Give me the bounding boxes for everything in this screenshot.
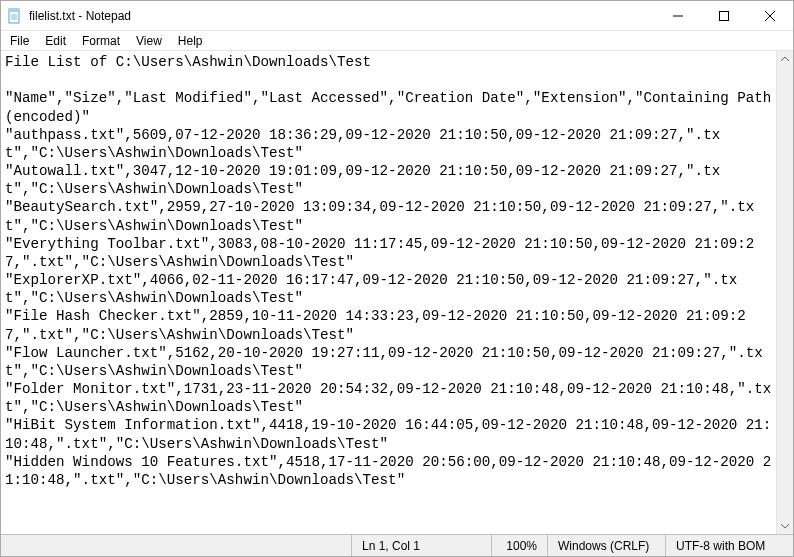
scroll-track[interactable] <box>777 68 793 517</box>
text-editor[interactable]: File List of C:\Users\Ashwin\Downloads\T… <box>1 51 776 534</box>
content-wrapper: File List of C:\Users\Ashwin\Downloads\T… <box>1 51 793 534</box>
menu-view[interactable]: View <box>129 33 169 49</box>
scroll-up-arrow[interactable] <box>777 51 793 68</box>
menu-help[interactable]: Help <box>171 33 210 49</box>
vertical-scrollbar[interactable] <box>776 51 793 534</box>
titlebar-left: filelist.txt - Notepad <box>1 8 131 24</box>
status-line-ending: Windows (CRLF) <box>547 535 665 556</box>
window-controls <box>655 1 793 30</box>
window-title: filelist.txt - Notepad <box>29 9 131 23</box>
svg-rect-6 <box>720 11 729 20</box>
menubar: File Edit Format View Help <box>1 31 793 51</box>
status-zoom: 100% <box>491 535 547 556</box>
close-button[interactable] <box>747 1 793 30</box>
status-encoding: UTF-8 with BOM <box>665 535 793 556</box>
menu-edit[interactable]: Edit <box>38 33 73 49</box>
scroll-down-arrow[interactable] <box>777 517 793 534</box>
menu-format[interactable]: Format <box>75 33 127 49</box>
status-spacer <box>1 535 351 556</box>
svg-rect-1 <box>9 9 19 12</box>
titlebar: filelist.txt - Notepad <box>1 1 793 31</box>
menu-file[interactable]: File <box>3 33 36 49</box>
maximize-button[interactable] <box>701 1 747 30</box>
minimize-button[interactable] <box>655 1 701 30</box>
status-position: Ln 1, Col 1 <box>351 535 491 556</box>
statusbar: Ln 1, Col 1 100% Windows (CRLF) UTF-8 wi… <box>1 534 793 556</box>
notepad-icon <box>7 8 23 24</box>
